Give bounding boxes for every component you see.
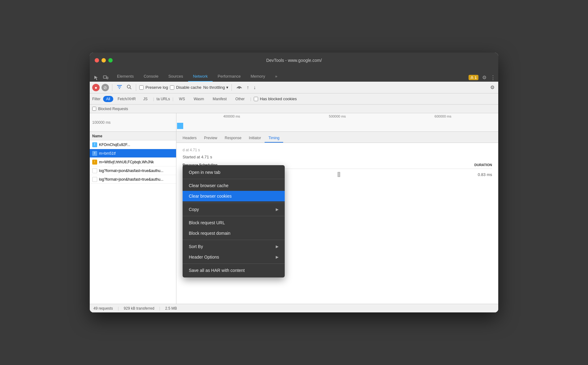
ctx-sort-by-label: Sort By xyxy=(189,244,203,249)
timeline-sidebar: 100000 ms xyxy=(90,113,176,131)
disable-cache-checkbox[interactable] xyxy=(170,85,174,90)
tab-initiator[interactable]: Initiator xyxy=(245,134,265,143)
device-toggle-icon[interactable] xyxy=(102,74,110,82)
element-picker-icon[interactable] xyxy=(92,74,100,82)
data-urls-filter: ta URLs xyxy=(157,97,170,101)
filter-bar-divider2: | xyxy=(172,97,173,101)
filter-icon[interactable] xyxy=(115,83,123,92)
badge-count: 1 xyxy=(475,76,477,79)
network-item-name-2: m=bm51tf xyxy=(99,151,116,156)
ctx-sort-by[interactable]: Sort By ▶ xyxy=(183,241,285,252)
maximize-button[interactable] xyxy=(108,58,113,62)
tab-performance[interactable]: Performance xyxy=(213,71,245,82)
throttle-select[interactable]: No throttling ▾ xyxy=(203,85,228,90)
ctx-copy[interactable]: Copy ▶ xyxy=(183,204,285,215)
ctx-clear-cache-label: Clear browser cache xyxy=(189,183,228,188)
tab-timing[interactable]: Timing xyxy=(265,134,283,143)
ctx-separator-1 xyxy=(183,179,285,179)
status-divider-2: | xyxy=(159,306,160,311)
network-list-name-header: Name xyxy=(92,134,102,138)
ctx-clear-cookies[interactable]: Clear browser cookies xyxy=(183,191,285,201)
ctx-separator-2 xyxy=(183,203,285,203)
settings-icon[interactable]: ⚙ xyxy=(481,73,488,82)
network-item-icon-4 xyxy=(92,168,97,173)
record-button[interactable]: ● xyxy=(92,84,100,91)
ctx-block-url[interactable]: Block request URL xyxy=(183,217,285,228)
notification-badge[interactable]: ⚠ 1 xyxy=(469,75,478,80)
timeline-label-3: 600000 ms xyxy=(435,114,451,118)
ctx-clear-cookies-label: Clear browser cookies xyxy=(189,194,232,199)
svg-line-3 xyxy=(130,88,131,89)
stop-icon: ⊘ xyxy=(103,85,107,90)
ctx-separator-4 xyxy=(183,240,285,240)
filter-tag-manifest[interactable]: Manifest xyxy=(210,96,230,102)
network-item-4[interactable]: log?format=json&hasfast=true&authu... xyxy=(90,166,176,175)
network-item-name-3: m=Wt6vjf,hhhU8,FCpbqb,WhJNk xyxy=(99,160,154,164)
filter-tag-other[interactable]: Other xyxy=(232,96,248,102)
ctx-header-options[interactable]: Header Options ▶ xyxy=(183,252,285,262)
filter-tag-ws[interactable]: WS xyxy=(176,96,188,102)
search-icon[interactable] xyxy=(125,83,133,92)
close-button[interactable] xyxy=(95,58,99,62)
timeline-label-1: 400000 ms xyxy=(223,114,240,118)
warning-icon: ⚠ xyxy=(470,75,473,79)
tab-bar-right: ⚠ 1 ⚙ ⋮ xyxy=(469,73,496,82)
filter-bar-divider: | xyxy=(153,97,154,101)
blocked-requests-checkbox[interactable] xyxy=(92,107,96,111)
timeline-ms-label-first: 100000 ms xyxy=(92,120,110,125)
filter-tag-wasm[interactable]: Wasm xyxy=(191,96,207,102)
ctx-block-domain[interactable]: Block request domain xyxy=(183,228,285,238)
ctx-open-new-tab[interactable]: Open in new tab xyxy=(183,167,285,178)
throttle-label: No throttling xyxy=(203,85,225,90)
more-menu-icon[interactable]: ⋮ xyxy=(490,74,496,81)
ctx-copy-label: Copy xyxy=(189,207,199,212)
ctx-block-domain-label: Block request domain xyxy=(189,231,231,236)
tab-headers[interactable]: Headers xyxy=(179,134,200,143)
disable-cache-checkbox-label[interactable]: Disable cache xyxy=(170,85,201,90)
filter-tag-js[interactable]: JS xyxy=(140,96,151,102)
network-item-selected[interactable]: f m=bm51tf xyxy=(90,149,176,158)
tab-memory[interactable]: Memory xyxy=(246,71,270,82)
filter-bar: Filter All Fetch/XHR JS | ta URLs | WS W… xyxy=(90,93,498,105)
total-size: 2.5 MB xyxy=(165,306,177,311)
download-icon[interactable]: ↓ xyxy=(252,84,257,92)
status-divider-1: | xyxy=(118,306,119,311)
tab-preview[interactable]: Preview xyxy=(200,134,221,143)
tab-bar: Elements Console Sources Network Perform… xyxy=(90,68,498,82)
network-item-5[interactable]: log?format=json&hasfast=true&authu... xyxy=(90,175,176,184)
preserve-log-checkbox[interactable] xyxy=(139,85,144,90)
devtools-window: DevTools - www.google.com/ Eleme xyxy=(90,53,498,312)
upload-icon[interactable]: ↑ xyxy=(245,84,250,92)
tab-console[interactable]: Console xyxy=(139,71,163,82)
ctx-header-arrow-icon: ▶ xyxy=(276,255,279,259)
blocked-requests-label[interactable]: Blocked Requests xyxy=(92,107,128,111)
network-item-name-4: log?format=json&hasfast=true&authu... xyxy=(99,169,163,173)
svg-rect-1 xyxy=(107,77,108,79)
data-urls-label: ta URLs xyxy=(157,97,170,101)
preserve-log-checkbox-label[interactable]: Preserve log xyxy=(139,85,168,90)
devtools: Elements Console Sources Network Perform… xyxy=(90,68,498,312)
ctx-block-url-label: Block request URL xyxy=(189,220,225,225)
tab-more[interactable]: » xyxy=(270,71,282,82)
ctx-clear-cache[interactable]: Clear browser cache xyxy=(183,180,285,191)
filter-tags: All Fetch/XHR JS xyxy=(103,96,151,102)
filter-tag-all[interactable]: All xyxy=(103,96,113,102)
network-conditions-icon[interactable] xyxy=(235,83,244,92)
stop-button[interactable]: ⊘ xyxy=(102,84,109,91)
network-item[interactable]: f KFOmChqEu92F... xyxy=(90,140,176,149)
tab-response[interactable]: Response xyxy=(221,134,245,143)
traffic-lights xyxy=(95,58,113,62)
has-blocked-cookies-checkbox[interactable] xyxy=(254,97,258,101)
tab-sources[interactable]: Sources xyxy=(163,71,188,82)
ctx-separator-3 xyxy=(183,216,285,216)
tab-elements[interactable]: Elements xyxy=(112,71,139,82)
network-item-3[interactable]: ! m=Wt6vjf,hhhU8,FCpbqb,WhJNk xyxy=(90,158,176,166)
devtools-settings-icon[interactable]: ⚙ xyxy=(489,83,496,92)
tab-network[interactable]: Network xyxy=(188,71,213,82)
has-blocked-cookies-label[interactable]: Has blocked cookies xyxy=(254,97,297,101)
main-tabs: Elements Console Sources Network Perform… xyxy=(112,71,469,82)
filter-tag-fetch-xhr[interactable]: Fetch/XHR xyxy=(115,96,139,102)
ctx-save-har[interactable]: Save all as HAR with content xyxy=(183,265,285,276)
minimize-button[interactable] xyxy=(102,58,106,62)
toolbar-divider-1 xyxy=(112,84,112,91)
